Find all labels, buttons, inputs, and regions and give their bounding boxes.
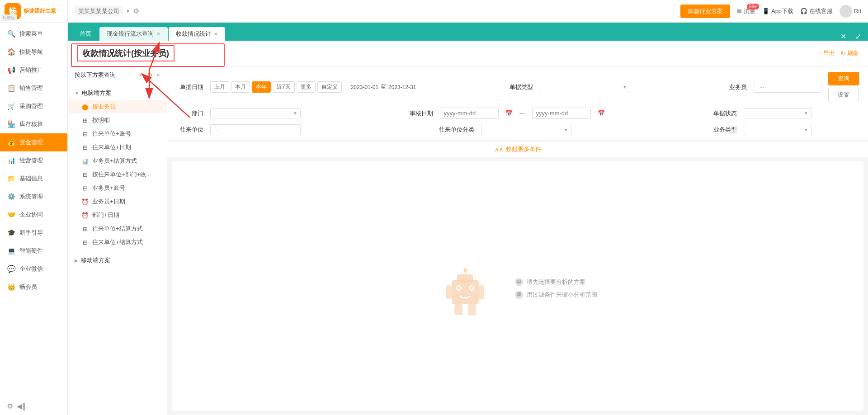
sidebar-item-label: 新手引导 xyxy=(19,229,43,237)
date-btn-custom[interactable]: 自定义 xyxy=(317,81,342,93)
tree-item-salesperson-settle[interactable]: 📊 业务员+结算方式 xyxy=(68,154,167,168)
svg-point-6 xyxy=(458,287,460,289)
sidebar-item-label: 资金管理 xyxy=(19,138,43,146)
tab-collection[interactable]: 收款情况统计 ✕ xyxy=(169,27,225,41)
tree-item-dept-date[interactable]: ⏰ 部门+日期 xyxy=(68,208,167,222)
date-btn-last-month[interactable]: 上月 xyxy=(210,81,229,93)
chart-icon: 📊 xyxy=(81,157,89,165)
biz-type-label: 业务类型 xyxy=(710,126,737,134)
content-area: 收款情况统计(按业务员) ↑ 导出 ↻ 刷新 按以下方 xyxy=(68,41,868,415)
doc-type-select[interactable]: ▾ xyxy=(540,82,630,92)
sidebar-item-wechat[interactable]: 💬 企业微信 xyxy=(0,260,67,278)
tree-item-unit-settle2[interactable]: ⊟ 往来单位+结算方式 xyxy=(68,236,167,249)
user-item[interactable]: Rit xyxy=(840,5,861,18)
tree-item-unit-account[interactable]: ⊟ 往来单位+账号 xyxy=(68,127,167,141)
tree-item-label: 往来单位+账号 xyxy=(92,130,131,138)
tab-collection-label: 收款情况统计 xyxy=(176,30,211,38)
sidebar-item-label: 经营管理 xyxy=(19,156,43,165)
tree-item-unit-settle1[interactable]: ⊞ 往来单位+结算方式 xyxy=(68,222,167,236)
maximize-icon[interactable]: ⤢ xyxy=(853,32,863,41)
brand-name: 畅捷通好生意 xyxy=(24,8,56,14)
add-scheme-icon[interactable]: ＋ xyxy=(137,71,143,79)
empty-robot-illustration xyxy=(438,264,492,318)
svg-point-3 xyxy=(463,268,467,271)
biz-type-select[interactable]: ▾ xyxy=(744,125,811,135)
sidebar-item-guide[interactable]: 🎓 新手引导 xyxy=(0,224,67,242)
tab-bank-label: 现金银行流水查询 xyxy=(107,30,154,38)
collapse-bar[interactable]: ∧∧ 收起更多条件 xyxy=(167,141,868,157)
doc-type-label: 单据类型 xyxy=(506,83,533,91)
unit-category-select[interactable]: ▾ xyxy=(481,125,571,135)
corp-icon: 🤝 xyxy=(7,210,16,219)
tree-item-unit-date[interactable]: ⊟ 往来单位+日期 xyxy=(68,141,167,154)
service-item[interactable]: 🎧 在线客服 xyxy=(800,7,833,15)
tab-collection-close-icon[interactable]: ✕ xyxy=(214,31,218,37)
page-title: 收款情况统计(按业务员) xyxy=(77,45,175,61)
audit-date-from[interactable] xyxy=(440,108,499,119)
salesperson-select[interactable]: ··· xyxy=(754,82,821,93)
trial-button[interactable]: 体验行业方案 xyxy=(680,5,730,18)
tree-item-by-salesperson[interactable]: ⬤ 按业务员 xyxy=(68,100,167,113)
tree-header-desktop[interactable]: ▼ 电脑端方案 xyxy=(68,86,167,100)
tree-item-by-detail[interactable]: ⊞ 按明细 xyxy=(68,113,167,127)
set-button[interactable]: 设置 xyxy=(828,88,859,102)
sidebar-item-sales[interactable]: 📋 销售管理 xyxy=(0,79,67,97)
date-btn-this-month[interactable]: 本月 xyxy=(231,81,250,93)
export-button[interactable]: ↑ 导出 xyxy=(819,49,835,57)
sidebar-item-system[interactable]: ⚙️ 系统管理 xyxy=(0,188,67,206)
sidebar-item-inventory[interactable]: 🏪 库存核算 xyxy=(0,115,67,133)
tab-bank[interactable]: 现金银行流水查询 ✕ xyxy=(99,27,168,41)
query-button[interactable]: 查询 xyxy=(828,72,859,85)
tree-item-salesperson-account[interactable]: ⊟ 业务员+账号 xyxy=(68,181,167,195)
svg-point-7 xyxy=(471,287,473,289)
tab-bank-close-icon[interactable]: ✕ xyxy=(156,31,160,37)
date-separator: 至 xyxy=(381,83,386,91)
tree-item-unit-dept-collect[interactable]: ⊟ 按往来单位+部门+收... xyxy=(68,168,167,181)
sidebar-item-basic[interactable]: 📁 基础信息 xyxy=(0,170,67,188)
table-icon: ⊟ xyxy=(81,130,89,137)
sidebar-item-label: 企业协同 xyxy=(19,211,43,219)
sidebar-item-search[interactable]: 🔍 搜索菜单 xyxy=(0,25,67,43)
cal-to-icon[interactable]: 📅 xyxy=(598,110,605,117)
doc-status-select[interactable]: ▾ xyxy=(744,108,811,118)
empty-tip-2: ② 用过滤条件来缩小分析范围 xyxy=(515,291,597,299)
export-icon: ↑ xyxy=(819,50,822,57)
sidebar-item-business[interactable]: 📊 经营管理 xyxy=(0,151,67,170)
date-btn-7days[interactable]: 近7天 xyxy=(273,81,295,93)
refresh-button[interactable]: ↻ 刷新 xyxy=(840,49,859,57)
tree-header-mobile[interactable]: ▶ 移动端方案 xyxy=(68,254,167,267)
unit-select[interactable]: ··· xyxy=(210,124,301,135)
finance-icon: 💰 xyxy=(7,138,16,147)
sidebar-item-purchase[interactable]: 🛒 采购管理 xyxy=(0,97,67,115)
message-item[interactable]: ✉ 消息 99+ xyxy=(737,7,755,15)
date-btn-more[interactable]: 更多 xyxy=(297,81,316,93)
sidebar-item-corp[interactable]: 🤝 企业协同 xyxy=(0,206,67,224)
table4-icon: ⊟ xyxy=(81,184,89,192)
sidebar-item-marketing[interactable]: 📢 营销推广 xyxy=(0,61,67,79)
app-label: App下载 xyxy=(771,7,793,15)
collapse-panel-icon[interactable]: « xyxy=(156,71,160,79)
audit-date-to[interactable] xyxy=(532,108,591,119)
tree-item-salesperson-date[interactable]: ⏰ 业务员+日期 xyxy=(68,195,167,208)
collapse-icon[interactable]: ◀‖ xyxy=(17,402,26,410)
dropdown-arrow-icon[interactable]: ▾ xyxy=(127,8,129,14)
dept-select[interactable]: ▾ xyxy=(210,108,301,118)
cal-from-icon[interactable]: 📅 xyxy=(505,110,513,117)
more-dots-icon[interactable]: ··· xyxy=(760,84,764,90)
purchase-icon: 🛒 xyxy=(7,102,16,111)
settings-scheme-icon[interactable]: ⚙ xyxy=(147,71,153,79)
top-bar-right: ✉ 消息 99+ 📱 App下载 🎧 在线客服 Rit xyxy=(737,5,861,18)
sidebar-item-hardware[interactable]: 💻 智能硬件 xyxy=(0,242,67,260)
sidebar-item-quick[interactable]: 🏠 快捷导航 xyxy=(0,43,67,61)
sidebar-item-member[interactable]: 👑 畅会员 xyxy=(0,278,67,296)
guide-icon: 🎓 xyxy=(7,228,16,237)
unit-dots-icon[interactable]: ··· xyxy=(216,127,221,133)
close-window-icon[interactable]: ✕ xyxy=(838,32,849,41)
tab-home[interactable]: 首页 xyxy=(72,27,99,41)
gear-icon[interactable]: ⚙ xyxy=(133,7,139,15)
app-download-item[interactable]: 📱 App下载 xyxy=(762,7,793,15)
settings-icon[interactable]: ⚙ xyxy=(7,402,13,410)
date-btn-this-year[interactable]: 本年 xyxy=(252,81,271,93)
sidebar-item-finance[interactable]: 💰 资金管理 xyxy=(0,133,67,151)
service-label: 在线客服 xyxy=(809,7,833,15)
